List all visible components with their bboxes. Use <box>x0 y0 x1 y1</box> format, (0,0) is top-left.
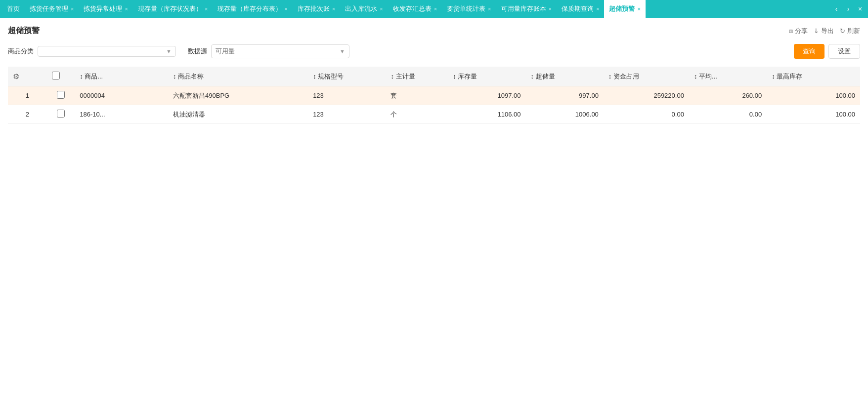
nav-item-summary[interactable]: 收发存汇总表 × <box>388 0 442 18</box>
nav-item-expiry[interactable]: 保质期查询 × <box>557 0 604 18</box>
nav-item-task[interactable]: 拣货任务管理 × <box>25 0 79 18</box>
close-icon[interactable]: × <box>284 6 287 12</box>
nav-item-overstock[interactable]: 超储预警 × <box>604 0 645 18</box>
product-category-select[interactable]: ▼ <box>38 46 176 57</box>
dropdown-arrow-icon: ▼ <box>340 48 345 54</box>
row-index: 2 <box>8 105 47 124</box>
nav-close-button[interactable]: × <box>854 0 866 18</box>
close-icon[interactable]: × <box>549 6 552 12</box>
close-icon[interactable]: × <box>71 6 74 12</box>
th-over: ↕ 超储量 <box>526 67 604 86</box>
th-spec: ↕ 规格型号 <box>308 67 386 86</box>
th-checkbox <box>47 67 75 86</box>
close-icon[interactable]: × <box>637 6 640 12</box>
row-name: 六配套新昌490BPG <box>168 86 308 105</box>
row-unit: 个 <box>386 105 448 124</box>
select-all-checkbox[interactable] <box>52 72 60 79</box>
main-content: 超储预警 ⧈ 分享 ⇓ 导出 ↻ 刷新 商品分类 ▼ 数据源 <box>0 18 868 395</box>
row-stock: 1106.00 <box>448 105 525 124</box>
page-title: 超储预警 <box>8 26 40 36</box>
filter-product-category: 商品分类 ▼ <box>8 46 176 57</box>
th-maxstock: ↕ 最高库存 <box>767 67 860 86</box>
share-button[interactable]: ⧈ 分享 <box>789 27 808 36</box>
title-actions: ⧈ 分享 ⇓ 导出 ↻ 刷新 <box>789 27 860 36</box>
row-over: 997.00 <box>526 86 604 105</box>
refresh-icon: ↻ <box>840 27 845 35</box>
export-icon: ⇓ <box>814 27 819 35</box>
th-gear: ⚙ <box>8 67 47 86</box>
row-maxstock: 100.00 <box>767 105 860 124</box>
row-over: 1006.00 <box>526 105 604 124</box>
nav-next-button[interactable]: › <box>842 0 854 18</box>
th-unit: ↕ 主计量 <box>386 67 448 86</box>
close-icon[interactable]: × <box>380 6 383 12</box>
row-maxstock: 100.00 <box>767 86 860 105</box>
filter-bar: 商品分类 ▼ 数据源 可用量 ▼ 查询 设置 <box>8 44 860 59</box>
close-icon[interactable]: × <box>596 6 599 12</box>
settings-button[interactable]: 设置 <box>828 44 860 59</box>
product-category-label: 商品分类 <box>8 47 34 56</box>
nav-item-exception[interactable]: 拣货异常处理 × <box>79 0 132 18</box>
nav-item-available[interactable]: 可用量库存账本 × <box>496 0 557 18</box>
data-table: ⚙ ↕ 商品... ↕ 商品名称 ↕ 规格型号 ↕ <box>8 67 860 124</box>
close-icon[interactable]: × <box>332 6 335 12</box>
row-spec: 123 <box>308 86 386 105</box>
row-capital: 259220.00 <box>604 86 689 105</box>
close-icon[interactable]: × <box>488 6 491 12</box>
table-row: 1 0000004 六配套新昌490BPG 123 套 1097.00 997.… <box>8 86 860 105</box>
table-body: 1 0000004 六配套新昌490BPG 123 套 1097.00 997.… <box>8 86 860 124</box>
row-avg: 0.00 <box>689 105 767 124</box>
row-capital: 0.00 <box>604 105 689 124</box>
filter-data-source: 数据源 可用量 ▼ <box>188 44 349 58</box>
nav-item-home[interactable]: 首页 <box>2 0 25 18</box>
row-avg: 260.00 <box>689 86 767 105</box>
nav-item-stock-status[interactable]: 现存量（库存状况表） × <box>133 0 213 18</box>
query-button[interactable]: 查询 <box>794 44 825 59</box>
row-stock: 1097.00 <box>448 86 525 105</box>
export-button[interactable]: ⇓ 导出 <box>814 27 834 36</box>
nav-item-stock-dist[interactable]: 现存量（库存分布表） × <box>213 0 292 18</box>
nav-item-order-stat[interactable]: 要货单统计表 × <box>442 0 496 18</box>
share-icon: ⧈ <box>789 27 793 35</box>
row-checkbox-cell <box>47 86 75 105</box>
row-checkbox-cell <box>47 105 75 124</box>
row-unit: 套 <box>386 86 448 105</box>
close-icon[interactable]: × <box>434 6 437 12</box>
nav-item-batch[interactable]: 库存批次账 × <box>293 0 340 18</box>
page-title-bar: 超储预警 ⧈ 分享 ⇓ 导出 ↻ 刷新 <box>8 26 860 36</box>
th-capital: ↕ 资金占用 <box>604 67 689 86</box>
refresh-button[interactable]: ↻ 刷新 <box>840 27 860 36</box>
th-code: ↕ 商品... <box>75 67 168 86</box>
filter-buttons: 查询 设置 <box>794 44 860 59</box>
top-nav: 首页 拣货任务管理 × 拣货异常处理 × 现存量（库存状况表） × 现存量（库存… <box>0 0 868 18</box>
nav-prev-button[interactable]: ‹ <box>830 0 842 18</box>
dropdown-arrow-icon: ▼ <box>166 48 172 54</box>
data-source-label: 数据源 <box>188 47 207 56</box>
row-checkbox[interactable] <box>57 91 65 99</box>
row-code: 0000004 <box>75 86 168 105</box>
close-icon[interactable]: × <box>205 6 208 12</box>
nav-item-inout[interactable]: 出入库流水 × <box>340 0 388 18</box>
row-spec: 123 <box>308 105 386 124</box>
row-code: 186-10... <box>75 105 168 124</box>
table-row: 2 186-10... 机油滤清器 123 个 1106.00 1006.00 … <box>8 105 860 124</box>
th-name: ↕ 商品名称 <box>168 67 308 86</box>
th-avg: ↕ 平均... <box>689 67 767 86</box>
settings-gear-icon[interactable]: ⚙ <box>13 72 19 80</box>
close-icon[interactable]: × <box>125 6 128 12</box>
nav-arrows: ‹ › × <box>830 0 866 18</box>
row-name: 机油滤清器 <box>168 105 308 124</box>
th-stock: ↕ 库存量 <box>448 67 525 86</box>
row-index: 1 <box>8 86 47 105</box>
table-header: ⚙ ↕ 商品... ↕ 商品名称 ↕ 规格型号 ↕ <box>8 67 860 86</box>
row-checkbox[interactable] <box>57 110 65 118</box>
data-source-select[interactable]: 可用量 ▼ <box>211 44 349 58</box>
